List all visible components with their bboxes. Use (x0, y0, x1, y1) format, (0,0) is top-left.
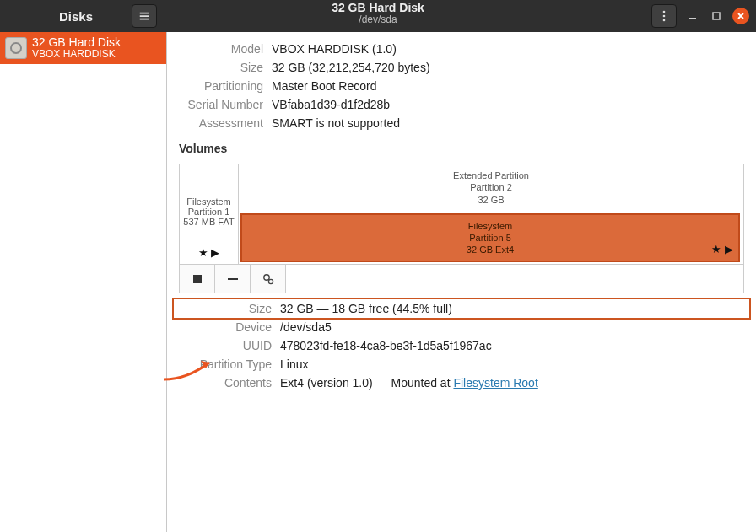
label-partitioning: Partitioning (179, 79, 263, 93)
value-sel-device: /dev/sda5 (280, 320, 744, 334)
label-sel-device: Device (179, 320, 272, 334)
volumes-container: Filesystem Partition 1 537 MB FAT ★ ▶ Ex… (179, 164, 744, 293)
drive-menu-button[interactable] (651, 4, 677, 28)
extended-line2: Partition 2 (239, 181, 743, 193)
app-name: Disks (59, 9, 93, 24)
close-button[interactable] (732, 8, 749, 24)
partition-5[interactable]: Filesystem Partition 5 32 GB Ext4 ★ ▶ (240, 213, 740, 262)
label-model: Model (179, 42, 263, 56)
extended-line3: 32 GB (239, 194, 743, 206)
stop-icon (193, 275, 202, 283)
delete-partition-button[interactable] (215, 265, 251, 293)
label-size: Size (179, 61, 263, 74)
value-sel-contents: Ext4 (version 1.0) — Mounted at Filesyst… (280, 376, 744, 390)
filesystem-root-link[interactable]: Filesystem Root (453, 376, 537, 390)
partition-1-line2: Partition 1 (180, 207, 238, 217)
partition-5-indicators: ★ ▶ (711, 243, 733, 257)
svg-rect-4 (713, 13, 720, 19)
partition-5-line3: 32 GB Ext4 (467, 244, 514, 255)
svg-point-6 (268, 279, 273, 283)
svg-point-1 (663, 15, 666, 18)
value-sel-ptype: Linux (280, 357, 744, 371)
contents-text: Ext4 (version 1.0) — Mounted at (280, 376, 453, 390)
label-sel-uuid: UUID (179, 339, 272, 352)
maximize-button[interactable] (709, 8, 724, 24)
volumes-diagram: Filesystem Partition 1 537 MB FAT ★ ▶ Ex… (180, 164, 743, 264)
window-subtitle: /dev/sda (332, 14, 424, 25)
partition-1-indicators: ★ ▶ (180, 246, 238, 259)
minimize-button[interactable] (685, 8, 700, 24)
partition-5-line1: Filesystem (468, 220, 513, 232)
size-highlight: Size 32 GB — 18 GB free (44.5% full) (172, 298, 751, 320)
titlebar-left: Disks (0, 4, 157, 28)
svg-point-0 (663, 11, 666, 13)
label-sel-size: Size (179, 302, 272, 315)
volumes-toolbar (180, 264, 743, 293)
value-assessment: SMART is not supported (272, 116, 744, 130)
label-sel-ptype: Partition Type (179, 357, 272, 371)
extended-line1: Extended Partition (239, 169, 743, 181)
partition-1[interactable]: Filesystem Partition 1 537 MB FAT ★ ▶ (180, 164, 239, 264)
svg-point-2 (663, 19, 666, 22)
main-panel: Model VBOX HARDDISK (1.0) Size 32 GB (32… (167, 32, 756, 532)
kebab-icon (662, 10, 666, 22)
value-sel-size: 32 GB — 18 GB free (44.5% full) (280, 302, 744, 315)
harddisk-icon (5, 37, 27, 59)
partition-1-line1: Filesystem (180, 196, 238, 207)
value-partitioning: Master Boot Record (272, 79, 744, 93)
value-sel-uuid: 478023fd-fe18-4ca8-be3f-1d5a5f1967ac (280, 339, 744, 352)
selected-partition-info: Size 32 GB — 18 GB free (44.5% full) Dev… (179, 302, 744, 390)
label-serial: Serial Number (179, 98, 263, 111)
sidebar-item-disk[interactable]: 32 GB Hard Disk VBOX HARDDISK (0, 32, 166, 64)
disk-info: Model VBOX HARDDISK (1.0) Size 32 GB (32… (179, 42, 744, 130)
svg-point-5 (263, 274, 268, 279)
value-serial: VBfaba1d39-d1f2d28b (272, 98, 744, 111)
body: 32 GB Hard Disk VBOX HARDDISK Model VBOX… (0, 32, 756, 532)
hamburger-menu-button[interactable] (132, 4, 157, 28)
maximize-icon (711, 11, 721, 21)
window-title: 32 GB Hard Disk (332, 2, 424, 14)
gears-icon (262, 272, 275, 286)
value-size: 32 GB (32,212,254,720 bytes) (272, 61, 744, 74)
sidebar-item-title: 32 GB Hard Disk (32, 36, 121, 49)
sidebar: 32 GB Hard Disk VBOX HARDDISK (0, 32, 167, 532)
minus-icon (228, 278, 238, 280)
partition-1-line3: 537 MB FAT (180, 217, 238, 227)
volumes-heading: Volumes (179, 142, 744, 155)
svg-rect-3 (689, 18, 696, 19)
extended-partition[interactable]: Extended Partition Partition 2 32 GB Fil… (239, 164, 743, 264)
hamburger-icon (138, 10, 150, 22)
unmount-button[interactable] (180, 265, 215, 293)
sidebar-item-subtitle: VBOX HARDDISK (32, 49, 121, 60)
value-model: VBOX HARDDISK (1.0) (272, 42, 744, 56)
minimize-icon (688, 11, 698, 21)
titlebar: Disks 32 GB Hard Disk /dev/sda (0, 0, 756, 32)
titlebar-center: 32 GB Hard Disk /dev/sda (332, 2, 424, 26)
partition-options-button[interactable] (251, 265, 286, 293)
partition-5-line2: Partition 5 (469, 232, 511, 244)
close-icon (737, 12, 745, 20)
titlebar-right (651, 4, 756, 28)
label-sel-contents: Contents (179, 376, 272, 390)
label-assessment: Assessment (179, 116, 263, 130)
